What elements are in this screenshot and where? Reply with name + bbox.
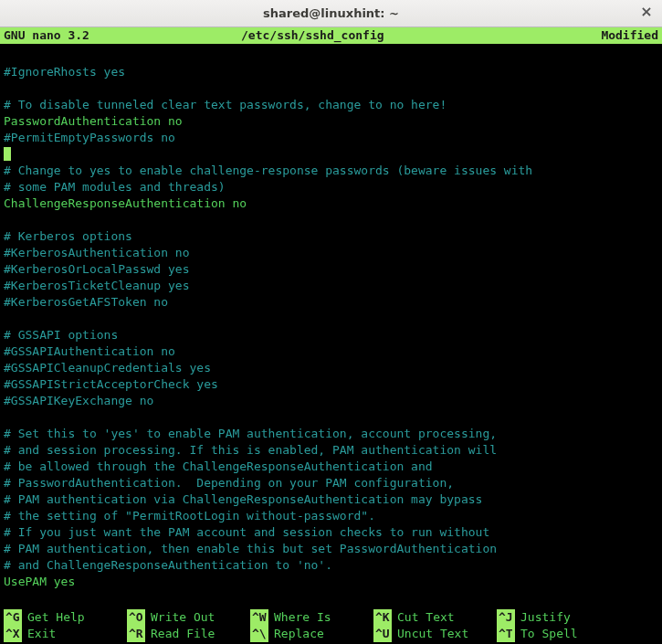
- nano-shortcuts: ^GGet Help^OWrite Out^WWhere Is^KCut Tex…: [0, 609, 662, 644]
- editor-line: #GSSAPIAuthentication no: [4, 343, 658, 360]
- editor-area[interactable]: #IgnoreRhosts yes # To disable tunneled …: [0, 44, 662, 590]
- shortcut-item: ^RRead File: [127, 626, 250, 642]
- shortcut-label: Exit: [27, 626, 56, 642]
- editor-line: #IgnoreRhosts yes: [4, 64, 658, 80]
- editor-line: # be allowed through the ChallengeRespon…: [4, 459, 658, 475]
- editor-line: # and session processing. If this is ena…: [4, 442, 658, 459]
- editor-line: PasswordAuthentication no: [4, 113, 658, 130]
- shortcut-item: ^TTo Spell: [497, 626, 620, 642]
- nano-version: GNU nano 3.2: [4, 27, 241, 44]
- nano-modified-indicator: Modified: [567, 27, 658, 44]
- editor-line: # Set this to 'yes' to enable PAM authen…: [4, 426, 658, 442]
- editor-line: #KerberosTicketCleanup yes: [4, 278, 658, 294]
- shortcut-item: ^KCut Text: [373, 609, 497, 626]
- editor-line: [4, 80, 658, 97]
- shortcut-key: ^T: [497, 626, 515, 642]
- window-title: shared@linuxhint: ~: [263, 6, 399, 20]
- editor-line: # PAM authentication via ChallengeRespon…: [4, 491, 658, 508]
- editor-line: #GSSAPIStrictAcceptorCheck yes: [4, 376, 658, 393]
- shortcut-key: ^O: [127, 609, 145, 626]
- shortcut-key: ^J: [497, 609, 515, 626]
- editor-line: [4, 409, 658, 426]
- shortcut-label: Uncut Text: [397, 626, 468, 642]
- shortcut-item: ^JJustify: [497, 609, 620, 626]
- shortcut-row-2: ^XExit^RRead File^\Replace^UUncut Text^T…: [4, 626, 658, 642]
- editor-line: # To disable tunneled clear text passwor…: [4, 97, 658, 113]
- editor-line: [4, 146, 658, 163]
- shortcut-key: ^K: [373, 609, 392, 626]
- shortcut-key: ^X: [4, 626, 22, 642]
- nano-status-bar: GNU nano 3.2 /etc/ssh/sshd_config Modifi…: [0, 27, 662, 44]
- editor-line: #GSSAPIKeyExchange no: [4, 393, 658, 409]
- shortcut-item: ^\Replace: [250, 626, 373, 642]
- shortcut-item: ^OWrite Out: [127, 609, 250, 626]
- editor-line: #PermitEmptyPasswords no: [4, 130, 658, 146]
- shortcut-label: Replace: [274, 626, 324, 642]
- nano-filename: /etc/ssh/sshd_config: [241, 27, 567, 44]
- shortcut-key: ^\: [250, 626, 268, 642]
- shortcut-label: Where Is: [274, 609, 331, 626]
- editor-line: # If you just want the PAM account and s…: [4, 524, 658, 541]
- shortcut-label: Get Help: [27, 609, 85, 626]
- shortcut-label: Cut Text: [397, 609, 455, 626]
- editor-line: # PasswordAuthentication. Depending on y…: [4, 475, 658, 491]
- editor-line: #KerberosAuthentication no: [4, 245, 658, 261]
- editor-line: UsePAM yes: [4, 574, 658, 590]
- editor-line: # GSSAPI options: [4, 327, 658, 343]
- window-titlebar: shared@linuxhint: ~ ×: [0, 0, 662, 27]
- editor-line: # Kerberos options: [4, 228, 658, 245]
- editor-line: # and ChallengeResponseAuthentication to…: [4, 557, 658, 574]
- shortcut-label: Read File: [151, 626, 215, 642]
- shortcut-item: ^WWhere Is: [250, 609, 373, 626]
- editor-line: # the setting of "PermitRootLogin withou…: [4, 508, 658, 524]
- shortcut-label: Justify: [520, 609, 571, 626]
- shortcut-item: ^GGet Help: [4, 609, 127, 626]
- editor-line: [4, 311, 658, 327]
- shortcut-item: ^XExit: [4, 626, 127, 642]
- shortcut-key: ^G: [4, 609, 22, 626]
- editor-line: # some PAM modules and threads): [4, 179, 658, 195]
- editor-line: [4, 212, 658, 228]
- editor-line: # PAM authentication, then enable this b…: [4, 541, 658, 557]
- terminal[interactable]: GNU nano 3.2 /etc/ssh/sshd_config Modifi…: [0, 27, 662, 644]
- editor-line: #GSSAPICleanupCredentials yes: [4, 360, 658, 376]
- shortcut-label: Write Out: [151, 609, 215, 626]
- editor-line: # Change to yes to enable challenge-resp…: [4, 163, 658, 179]
- editor-line: #KerberosOrLocalPasswd yes: [4, 261, 658, 278]
- text-cursor: [4, 147, 11, 161]
- shortcut-key: ^W: [250, 609, 268, 626]
- shortcut-key: ^R: [127, 626, 145, 642]
- shortcut-label: To Spell: [520, 626, 578, 642]
- editor-line: #KerberosGetAFSToken no: [4, 294, 658, 311]
- shortcut-item: ^UUncut Text: [373, 626, 497, 642]
- shortcut-key: ^U: [373, 626, 392, 642]
- editor-line: ChallengeResponseAuthentication no: [4, 195, 658, 212]
- close-icon[interactable]: ×: [638, 5, 655, 21]
- shortcut-row-1: ^GGet Help^OWrite Out^WWhere Is^KCut Tex…: [4, 609, 658, 626]
